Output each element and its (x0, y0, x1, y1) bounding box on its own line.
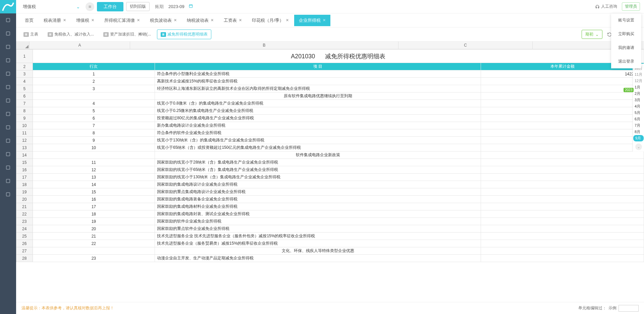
column-header-a[interactable]: A (30, 42, 130, 49)
cell[interactable]: 符合条件的小型微利企业减免企业所得税 (155, 70, 481, 78)
cell[interactable] (481, 100, 644, 107)
tab[interactable]: 印花税（月/季）✕ (247, 15, 293, 26)
cell[interactable] (481, 210, 644, 218)
sidebar-export-icon[interactable] (0, 134, 16, 147)
row-number[interactable]: 24 (16, 225, 33, 233)
period-initial-select[interactable]: 期初 ⌄ (582, 30, 602, 39)
cell[interactable]: 21 (33, 233, 155, 240)
row-number[interactable]: 6 (16, 92, 33, 100)
cell[interactable] (33, 151, 155, 159)
subtab[interactable]: ▦主表 (20, 29, 42, 39)
tab[interactable]: 所得税汇算清缴✕ (100, 15, 145, 26)
month-item[interactable]: 4月 (633, 103, 644, 110)
subtab[interactable]: ▦免税收入、减计收入... (44, 29, 97, 39)
row-number[interactable]: 5 (16, 85, 33, 92)
cell[interactable]: 23 (33, 255, 155, 262)
cell[interactable] (481, 166, 644, 174)
cell[interactable]: 国家鼓励的集成电路装备企业减免企业所得税 (155, 196, 481, 203)
sidebar-grid-icon[interactable] (0, 94, 16, 107)
month-item[interactable]: 7月 (633, 122, 644, 129)
workspace-button[interactable]: 工作台 (97, 2, 123, 11)
row-number[interactable]: 3 (16, 70, 33, 78)
cell[interactable] (481, 107, 644, 115)
cell[interactable] (481, 151, 644, 159)
cell-edit-input[interactable] (619, 305, 639, 312)
row-number[interactable]: 17 (16, 174, 33, 181)
row-number[interactable]: 11 (16, 129, 33, 137)
cell[interactable]: 19 (33, 218, 155, 225)
month-item[interactable]: 2月 (633, 90, 644, 97)
row-number[interactable]: 1 (16, 50, 33, 63)
cell[interactable]: 6 (33, 115, 155, 122)
cell[interactable]: 高新技术企业减按15%的税率征收企业所得税 (155, 78, 481, 85)
row-number[interactable]: 19 (16, 188, 33, 196)
sidebar-hand-icon[interactable] (0, 121, 16, 134)
cell[interactable]: 文化、环保、残疾人等特殊类型企业优惠 (155, 247, 481, 255)
month-item[interactable]: 9月 (633, 135, 644, 141)
row-number[interactable]: 8 (16, 107, 33, 115)
cell[interactable]: 17 (33, 203, 155, 210)
row-number[interactable]: 16 (16, 166, 33, 174)
cell[interactable]: 国家鼓励的软件企业减免企业所得税 (155, 218, 481, 225)
row-number[interactable]: 2 (16, 63, 33, 70)
row-number[interactable]: 28 (16, 255, 33, 262)
close-icon[interactable]: ✕ (63, 18, 66, 22)
sidebar-v-icon[interactable] (0, 188, 16, 201)
cell[interactable] (481, 233, 644, 240)
cell[interactable] (481, 218, 644, 225)
month-item[interactable]: 3月 (633, 97, 644, 103)
cell[interactable]: 动漫企业自主开发、生产动漫产品定期减免企业所得税 (155, 255, 481, 262)
cell[interactable] (481, 122, 644, 129)
sidebar-chart-icon[interactable] (0, 40, 16, 54)
tab[interactable]: 增值税✕ (71, 15, 99, 26)
cell[interactable]: 14221.38 (481, 70, 644, 78)
cell[interactable]: 5 (33, 107, 155, 115)
cell[interactable]: 国家鼓励的集成电路设计企业减免企业所得税 (155, 181, 481, 188)
sidebar-doc-icon[interactable] (0, 27, 16, 40)
cell[interactable] (481, 247, 644, 255)
tab[interactable]: 税负波动表✕ (145, 15, 181, 26)
cell[interactable]: 国家鼓励的线宽小于65纳米（含）集成电路生产企业减免企业所得税 (155, 166, 481, 174)
month-item[interactable]: 1月 (633, 84, 644, 90)
sidebar-jar-icon[interactable] (0, 54, 16, 67)
row-number[interactable]: 4 (16, 78, 33, 85)
select-all-corner[interactable] (16, 42, 30, 49)
cell[interactable]: 16 (33, 196, 155, 203)
row-number[interactable]: 18 (16, 181, 33, 188)
column-header-b[interactable]: B (130, 42, 398, 49)
tab[interactable]: 工资表✕ (219, 15, 247, 26)
row-number[interactable]: 27 (16, 247, 33, 255)
cell[interactable]: 国家鼓励的重点软件企业减免企业所得税 (155, 225, 481, 233)
spreadsheet[interactable]: A B C 1A201030 减免所得税优惠明细表2行次项 目本年累计金额31符… (16, 42, 644, 302)
close-icon[interactable]: ✕ (286, 18, 289, 22)
row-number[interactable]: 23 (16, 218, 33, 225)
cell[interactable]: 7 (33, 122, 155, 129)
header-cell[interactable]: 项 目 (155, 63, 481, 70)
row-number[interactable]: 20 (16, 196, 33, 203)
consult-link[interactable]: 人工咨询 (595, 4, 617, 9)
cell[interactable] (481, 240, 644, 247)
tab[interactable]: 税表清册✕ (39, 15, 71, 26)
list-icon-button[interactable] (86, 2, 94, 11)
cell[interactable]: 国家鼓励的集成电路封装、测试企业减免企业所得税 (155, 210, 481, 218)
close-icon[interactable]: ✕ (323, 18, 326, 22)
sidebar-report-icon[interactable] (0, 80, 16, 94)
sidebar-gear-icon[interactable] (0, 161, 16, 174)
cell[interactable] (481, 137, 644, 144)
month-item[interactable]: 12月 (633, 78, 644, 84)
close-icon[interactable]: ✕ (137, 18, 140, 22)
close-icon[interactable]: ✕ (239, 18, 242, 22)
cell[interactable]: 线宽小于65纳米（含）或投资额超过150亿元的集成电路生产企业减免企业所得税 (155, 144, 481, 151)
row-number[interactable]: 25 (16, 233, 33, 240)
subtab[interactable]: ▦资产加速折旧、摊销(... (100, 29, 154, 39)
cell[interactable]: 国家鼓励的集成电路材料企业减免企业所得税 (155, 203, 481, 210)
tax-type-dropdown[interactable]: 增值税 ⌄ (20, 4, 83, 10)
sidebar-play-icon[interactable] (0, 174, 16, 188)
row-number[interactable]: 12 (16, 137, 33, 144)
user-menu-item[interactable]: 我的邀请 (611, 41, 641, 55)
cell[interactable]: 国家鼓励的重点集成电路设计企业减免企业所得税 (155, 188, 481, 196)
close-icon[interactable]: ✕ (91, 18, 94, 22)
cell[interactable]: 原有软件集成电路优惠继续执行至到期 (155, 92, 481, 100)
cell[interactable]: 4 (33, 100, 155, 107)
user-menu-item[interactable]: 退出登录 (611, 55, 641, 68)
